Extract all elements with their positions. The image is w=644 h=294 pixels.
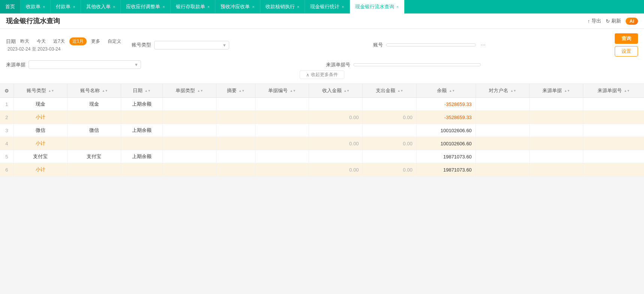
- filter-top-row: 日期 昨天 今天 近7天 近1月 更多 自定义 2023-02-24 至 202…: [6, 33, 638, 57]
- gear-column-header[interactable]: ⚙: [0, 84, 14, 98]
- source-voucher-select[interactable]: ▾: [29, 60, 141, 69]
- ai-badge[interactable]: Ai: [626, 18, 638, 25]
- income-column-header[interactable]: 收入金额 ▲▼: [309, 84, 363, 98]
- table-row[interactable]: 5支付宝支付宝上期余额19871073.60: [0, 150, 644, 163]
- cell-date: [121, 163, 163, 176]
- source-voucher-no-column-header[interactable]: 来源单据号 ▲▼: [583, 84, 644, 98]
- date-opt-yesterday[interactable]: 昨天: [17, 37, 32, 45]
- cell-expense: 0.00: [363, 163, 416, 176]
- cell-source-voucher: [529, 137, 583, 150]
- nav-close-6[interactable]: ×: [297, 4, 299, 9]
- export-button[interactable]: ↑ 导出: [588, 18, 602, 24]
- account-type-select[interactable]: ▾: [154, 41, 229, 49]
- top-nav: 首页 收款单 × 付款单 × 其他收入单 × 应收应付调整单 × 银行存取款单 …: [0, 0, 644, 13]
- cell-source-voucher-no: [583, 111, 644, 124]
- account-block: 账号 ···: [373, 42, 607, 48]
- query-button[interactable]: 查询: [615, 33, 638, 44]
- sort-arrows-summary: ▲▼: [239, 90, 245, 93]
- nav-tab-1[interactable]: 付款单 ×: [51, 0, 81, 13]
- source-voucher-num-input[interactable]: [353, 63, 481, 66]
- account-type-block: 账号类型 ▾: [132, 41, 366, 49]
- collapse-button[interactable]: ∧ 收起更多条件: [300, 70, 344, 79]
- more-dots-icon[interactable]: ···: [479, 42, 487, 48]
- nav-close-1[interactable]: ×: [73, 4, 75, 9]
- filter-bottom-row: 来源单据 ▾ 来源单据号: [6, 60, 638, 69]
- date-opt-1month[interactable]: 近1月: [69, 37, 87, 45]
- source-voucher-block: 来源单据 ▾: [6, 60, 318, 69]
- nav-close-4[interactable]: ×: [207, 4, 210, 9]
- nav-tab-2[interactable]: 其他收入单 ×: [81, 0, 121, 13]
- account-name-column-header[interactable]: 账号名称 ▲▼: [67, 84, 121, 98]
- date-opt-today[interactable]: 今天: [34, 37, 49, 45]
- summary-column-header[interactable]: 摘要 ▲▼: [216, 84, 255, 98]
- nav-close-0[interactable]: ×: [43, 4, 45, 9]
- refresh-button[interactable]: ↻ 刷新: [606, 18, 621, 24]
- cell-income: [309, 98, 363, 111]
- cell-balance: 19871073.60: [416, 163, 476, 176]
- cell-summary: [216, 98, 255, 111]
- nav-tab-7[interactable]: 现金银行统计 ×: [305, 0, 350, 13]
- source-voucher-arrow-icon: ▾: [135, 62, 138, 67]
- nav-tab-0[interactable]: 收款单 ×: [21, 0, 51, 13]
- page-title: 现金银行流水查询: [6, 16, 60, 25]
- voucher-no-column-header[interactable]: 单据编号 ▲▼: [255, 84, 309, 98]
- nav-close-5[interactable]: ×: [252, 4, 254, 9]
- nav-close-2[interactable]: ×: [113, 4, 115, 9]
- cell-account-name: [67, 137, 121, 150]
- sort-arrows-account-type: ▲▼: [48, 90, 54, 93]
- cell-balance: 19871073.60: [416, 150, 476, 163]
- cell-voucher-no: [255, 137, 309, 150]
- cell-counterpart: [476, 137, 529, 150]
- nav-tab-3[interactable]: 应收应付调整单 ×: [121, 0, 170, 13]
- nav-tab-5[interactable]: 预收冲应收单 ×: [215, 0, 260, 13]
- date-block: 日期 昨天 今天 近7天 近1月 更多 自定义 2023-02-24 至 202…: [6, 37, 124, 52]
- balance-column-header[interactable]: 余额 ▲▼: [416, 84, 476, 98]
- row-num: 6: [0, 163, 14, 176]
- table-row[interactable]: 4小计0.000.00100102606.60: [0, 137, 644, 150]
- filter-left: 日期 昨天 今天 近7天 近1月 更多 自定义 2023-02-24 至 202…: [6, 33, 638, 69]
- date-opt-more[interactable]: 更多: [88, 37, 103, 45]
- cell-date: 上期余额: [121, 150, 163, 163]
- sort-arrows-source-voucher: ▲▼: [564, 90, 570, 93]
- date-column-header[interactable]: 日期 ▲▼: [121, 84, 163, 98]
- cell-voucher-no: [255, 111, 309, 124]
- cell-source-voucher: [529, 98, 583, 111]
- main-table: ⚙ 账号类型 ▲▼ 账号名称 ▲▼ 日期 ▲▼ 单据类型 ▲▼: [0, 84, 644, 176]
- voucher-type-column-header[interactable]: 单据类型 ▲▼: [162, 84, 216, 98]
- nav-close-8[interactable]: ×: [396, 4, 399, 9]
- nav-home[interactable]: 首页: [0, 0, 21, 13]
- cell-account-name: [67, 163, 121, 176]
- sort-arrows-date: ▲▼: [145, 90, 151, 93]
- sort-arrows-income: ▲▼: [344, 90, 350, 93]
- account-select[interactable]: [386, 43, 476, 46]
- row-num: 2: [0, 111, 14, 124]
- source-voucher-column-header[interactable]: 来源单据 ▲▼: [529, 84, 583, 98]
- cell-voucher-no: [255, 124, 309, 137]
- cell-voucher-type: [162, 163, 216, 176]
- table-row[interactable]: 2小计0.000.00-3528659.33: [0, 111, 644, 124]
- nav-close-7[interactable]: ×: [342, 4, 344, 9]
- date-opt-custom[interactable]: 自定义: [105, 37, 124, 45]
- expense-column-header[interactable]: 支出金额 ▲▼: [363, 84, 416, 98]
- table-row[interactable]: 3微信微信上期余额100102606.60: [0, 124, 644, 137]
- table-row[interactable]: 1现金现金上期余额-3528659.33: [0, 98, 644, 111]
- nav-tab-6[interactable]: 收款核销执行 ×: [260, 0, 305, 13]
- cell-voucher-type: [162, 124, 216, 137]
- counterpart-column-header[interactable]: 对方户名 ▲▼: [476, 84, 529, 98]
- cell-counterpart: [476, 124, 529, 137]
- cell-income: 0.00: [309, 111, 363, 124]
- table-row[interactable]: 6小计0.000.0019871073.60: [0, 163, 644, 176]
- row-num: 5: [0, 150, 14, 163]
- settings-button[interactable]: 设置: [615, 46, 638, 57]
- table-container: ⚙ 账号类型 ▲▼ 账号名称 ▲▼ 日期 ▲▼ 单据类型 ▲▼: [0, 84, 644, 176]
- sort-arrows-account-name: ▲▼: [102, 90, 108, 93]
- date-opt-7days[interactable]: 近7天: [50, 37, 68, 45]
- account-type-column-header[interactable]: 账号类型 ▲▼: [14, 84, 67, 98]
- sort-arrows-voucher-type: ▲▼: [197, 90, 203, 93]
- nav-tab-8[interactable]: 现金银行流水查询 ×: [350, 0, 404, 13]
- collapse-row: ∧ 收起更多条件: [6, 70, 638, 79]
- sort-arrows-counterpart: ▲▼: [510, 90, 516, 93]
- nav-tab-4[interactable]: 银行存取款单 ×: [171, 0, 215, 13]
- nav-close-3[interactable]: ×: [162, 4, 165, 9]
- cell-summary: [216, 124, 255, 137]
